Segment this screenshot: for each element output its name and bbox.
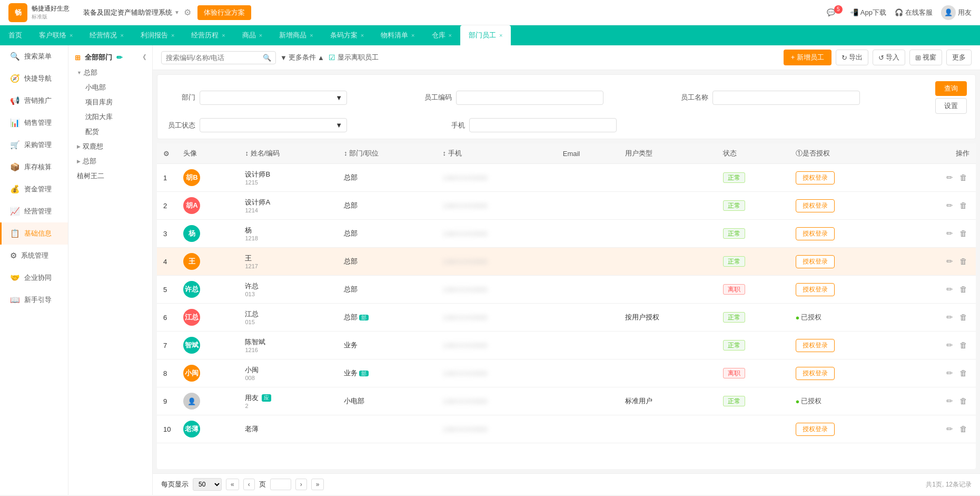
tab-close-icon[interactable]: × [361, 32, 364, 38]
delete-button[interactable]: 🗑 [957, 200, 969, 211]
nav-item-快捷导航[interactable]: 🧭 快捷导航 [0, 67, 68, 90]
trial-button[interactable]: 体验行业方案 [197, 5, 251, 20]
set-button[interactable]: 设置 [935, 98, 967, 114]
page-input[interactable]: 1 [270, 479, 291, 490]
nav-tab-条码方案[interactable]: 条码方案× [322, 25, 372, 45]
auth-button[interactable]: 授权登录 [796, 199, 835, 212]
search-input[interactable] [166, 54, 261, 62]
delete-button[interactable]: 🗑 [957, 395, 969, 406]
online-service-button[interactable]: 🎧 在线客服 [895, 8, 933, 17]
delete-button[interactable]: 🗑 [957, 339, 969, 351]
tab-close-icon[interactable]: × [310, 32, 313, 38]
user-menu-button[interactable]: 👤 用友 [941, 5, 972, 20]
nav-item-资金管理[interactable]: 💰 资金管理 [0, 178, 68, 200]
dropdown-arrow-icon[interactable]: ▼ [174, 9, 180, 15]
view-button[interactable]: ⊞ 视窗 [909, 50, 942, 65]
delete-button[interactable]: 🗑 [957, 312, 969, 323]
nav-tab-首页[interactable]: 首页 [0, 25, 31, 45]
nav-item-销售管理[interactable]: 📊 销售管理 [0, 112, 68, 134]
nav-tab-客户联络[interactable]: 客户联络× [31, 25, 81, 45]
delete-button[interactable]: 🗑 [957, 256, 969, 267]
nav-item-营销推广[interactable]: 📢 营销推广 [0, 90, 68, 112]
edit-button[interactable]: ✏ [944, 312, 955, 323]
delete-button[interactable]: 🗑 [957, 423, 969, 434]
dept-item-shuanglu[interactable]: ▶ 双鹿想 [68, 139, 152, 154]
delete-button[interactable]: 🗑 [957, 367, 969, 378]
dept-item-shenyang[interactable]: 沈阳大库 [75, 110, 152, 124]
tab-close-icon[interactable]: × [449, 32, 452, 38]
delete-button[interactable]: 🗑 [957, 172, 969, 183]
import-button[interactable]: ↺ 导入 [873, 50, 905, 65]
edit-button[interactable]: ✏ [944, 228, 955, 239]
tab-close-icon[interactable]: × [411, 32, 414, 38]
nav-tab-商品[interactable]: 商品× [234, 25, 271, 45]
auth-button[interactable]: 授权登录 [796, 255, 835, 268]
app-download-button[interactable]: 📲 App下载 [850, 8, 886, 17]
first-page-button[interactable]: « [226, 479, 239, 490]
edit-button[interactable]: ✏ [944, 200, 955, 211]
tab-close-icon[interactable]: × [259, 32, 262, 38]
edit-button[interactable]: ✏ [944, 256, 955, 267]
delete-button[interactable]: 🗑 [957, 284, 969, 295]
empcode-filter-input[interactable] [456, 91, 603, 105]
per-page-select[interactable]: 50 100 200 [193, 478, 222, 491]
phone-filter-input[interactable] [469, 118, 617, 132]
auth-button[interactable]: 授权登录 [796, 283, 835, 296]
message-button[interactable]: 💬 5 💬 [827, 8, 842, 17]
empname-filter-input[interactable] [712, 91, 860, 105]
col-settings[interactable]: ⚙ [157, 143, 177, 164]
tab-close-icon[interactable]: × [499, 32, 502, 38]
nav-item-系统管理[interactable]: ⚙ 系统管理 [0, 245, 68, 267]
nav-tab-利润报告[interactable]: 利润报告× [132, 25, 183, 45]
nav-tab-新增商品[interactable]: 新增商品× [271, 25, 321, 45]
export-button[interactable]: ↻ 导出 [836, 50, 868, 65]
nav-item-新手引导[interactable]: 📖 新手引导 [0, 289, 68, 311]
auth-button[interactable]: 授权登录 [796, 339, 835, 352]
tab-close-icon[interactable]: × [222, 32, 225, 38]
dept-item-zongbu2[interactable]: ▶ 总部 [68, 154, 152, 169]
last-page-button[interactable]: » [311, 479, 324, 490]
dept-item-zhishu[interactable]: 植树王二 [68, 169, 152, 183]
auth-button[interactable]: 授权登录 [796, 171, 835, 184]
prev-page-button[interactable]: ‹ [243, 479, 255, 490]
nav-item-经营管理[interactable]: 📈 经营管理 [0, 200, 68, 222]
query-button[interactable]: 查询 [935, 81, 967, 96]
nav-item-库存核算[interactable]: 📦 库存核算 [0, 156, 68, 178]
more-button[interactable]: 更多 [946, 50, 972, 65]
auth-button[interactable]: 授权登录 [796, 367, 835, 380]
delete-button[interactable]: 🗑 [957, 228, 969, 239]
dept-filter-select[interactable]: ▼ [200, 91, 347, 105]
dept-item-xiaodian[interactable]: 小电部 [75, 80, 152, 95]
show-resigned-toggle[interactable]: ☑ 显示离职员工 [329, 53, 379, 62]
edit-button[interactable]: ✏ [944, 284, 955, 295]
tab-close-icon[interactable]: × [120, 32, 123, 38]
edit-button[interactable]: ✏ [944, 339, 955, 351]
nav-tab-经营情况[interactable]: 经营情况× [81, 25, 132, 45]
edit-button[interactable]: ✏ [944, 423, 955, 435]
nav-item-搜索菜单[interactable]: 🔍 搜索菜单 [0, 45, 68, 67]
dept-item-zongbu[interactable]: ▼ 总部 [68, 65, 152, 80]
status-filter-select[interactable]: ▼ [200, 118, 347, 132]
tab-close-icon[interactable]: × [171, 32, 174, 38]
nav-item-基础信息[interactable]: 📋 基础信息 [0, 222, 68, 245]
tab-close-icon[interactable]: × [70, 32, 73, 38]
dept-item-xiangmu[interactable]: 项目库房 [75, 95, 152, 110]
add-employee-button[interactable]: + 新增员工 [784, 50, 831, 65]
edit-button[interactable]: ✏ [944, 395, 955, 407]
col-dept[interactable]: ↕ 部门/职位 [338, 143, 436, 164]
col-phone[interactable]: ↕ 手机 [436, 143, 556, 164]
more-filter-button[interactable]: ▼ 更多条件 ▲ [280, 53, 324, 62]
auth-button[interactable]: 授权登录 [796, 227, 835, 240]
dept-item-peihuo[interactable]: 配货 [75, 124, 152, 139]
nav-tab-部门员工[interactable]: 部门员工× [460, 25, 511, 45]
dept-collapse-button[interactable]: 《 [140, 53, 146, 62]
nav-tab-物料清单[interactable]: 物料清单× [372, 25, 423, 45]
nav-tab-经营历程[interactable]: 经营历程× [183, 25, 233, 45]
nav-item-采购管理[interactable]: 🛒 采购管理 [0, 134, 68, 156]
nav-item-企业协同[interactable]: 🤝 企业协同 [0, 267, 68, 289]
dept-edit-icon[interactable]: ✏ [116, 53, 123, 62]
next-page-button[interactable]: › [295, 479, 307, 490]
edit-button[interactable]: ✏ [944, 367, 955, 379]
gear-button[interactable]: ⚙ [184, 7, 191, 17]
col-name[interactable]: ↕ 姓名/编码 [239, 143, 337, 164]
